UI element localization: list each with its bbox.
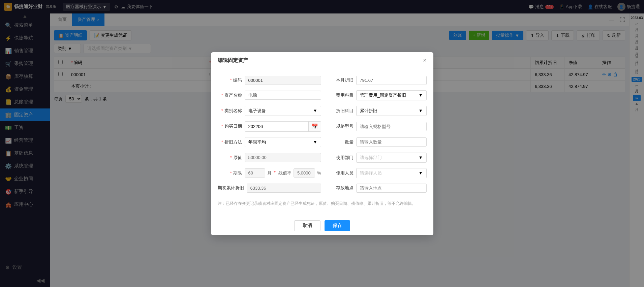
field-category: * 类别名称 电子设备 ▼ bbox=[218, 106, 321, 116]
residual-unit: % bbox=[317, 170, 321, 176]
spec-label: 规格型号 bbox=[329, 123, 354, 129]
calendar-icon[interactable]: 📅 bbox=[308, 122, 321, 131]
spec-input[interactable] bbox=[356, 122, 427, 131]
period-unit: 月 bbox=[267, 170, 272, 176]
category-label: * 类别名称 bbox=[218, 108, 242, 114]
person-placeholder: 请选择人员 bbox=[360, 170, 382, 176]
dept-dropdown-icon: ▼ bbox=[419, 155, 423, 160]
asset-name-label: * 资产名称 bbox=[218, 92, 242, 98]
initial-depr-input[interactable] bbox=[247, 184, 321, 193]
depr-method-select[interactable]: 年限平均 ▼ bbox=[245, 137, 321, 147]
dept-placeholder: 请选择部门 bbox=[360, 155, 382, 161]
field-depr-subject: 折旧科目 累计折旧 ▼ bbox=[329, 106, 427, 116]
original-label: * 原值 bbox=[218, 155, 242, 161]
person-select[interactable]: 请选择人员 ▼ bbox=[356, 168, 427, 178]
field-depr-method: * 折旧方法 年限平均 ▼ bbox=[218, 137, 321, 147]
purchase-date-input[interactable] bbox=[245, 122, 308, 131]
modal-header: 编辑固定资产 × bbox=[211, 52, 433, 69]
field-period-residual: * 期限 月 * 残值率 % bbox=[218, 168, 321, 178]
field-dept: 使用部门 请选择部门 ▼ bbox=[329, 153, 427, 163]
monthly-depr-input[interactable] bbox=[356, 76, 427, 85]
field-original: * 原值 bbox=[218, 153, 321, 163]
purchase-date-label: * 购买日期 bbox=[218, 123, 242, 129]
form-grid: * 编码 本月折旧 * 资产名称 bbox=[218, 76, 427, 209]
period-label: * 期限 bbox=[218, 170, 242, 176]
original-input[interactable] bbox=[245, 153, 321, 162]
depr-method-label: * 折旧方法 bbox=[218, 139, 242, 145]
code-label: * 编码 bbox=[218, 77, 242, 83]
expense-subject-select[interactable]: 管理费用_固定资产折旧 ▼ bbox=[356, 90, 427, 100]
location-input[interactable] bbox=[356, 184, 427, 193]
depr-method-value: 年限平均 bbox=[248, 139, 266, 145]
field-location: 存放地点 bbox=[329, 184, 427, 193]
form-note: 注：已经存在变更记录或者对应固定资产已经生成凭证，原值、购买日期、残值率、累计折… bbox=[218, 198, 427, 209]
period-input[interactable] bbox=[245, 168, 265, 178]
quantity-input[interactable] bbox=[356, 137, 427, 147]
expense-subject-value: 管理费用_固定资产折旧 bbox=[360, 92, 406, 98]
field-monthly-depr: 本月折旧 bbox=[329, 76, 427, 85]
dept-label: 使用部门 bbox=[329, 155, 354, 161]
depr-subject-label: 折旧科目 bbox=[329, 108, 354, 114]
residual-input[interactable] bbox=[294, 168, 315, 178]
field-purchase-date: * 购买日期 📅 bbox=[218, 121, 321, 132]
modal-footer: 取消 保存 bbox=[211, 216, 433, 235]
asset-name-input[interactable] bbox=[245, 91, 321, 100]
depr-subject-select[interactable]: 累计折旧 ▼ bbox=[356, 106, 427, 116]
edit-asset-modal: 编辑固定资产 × * 编码 本月折旧 bbox=[211, 52, 433, 235]
category-select[interactable]: 电子设备 ▼ bbox=[245, 106, 321, 116]
category-dropdown-icon: ▼ bbox=[313, 108, 317, 113]
category-value: 电子设备 bbox=[248, 108, 266, 114]
purchase-date-field[interactable]: 📅 bbox=[245, 121, 321, 132]
expense-subject-dropdown-icon: ▼ bbox=[419, 93, 423, 98]
person-dropdown-icon: ▼ bbox=[419, 170, 423, 176]
field-code: * 编码 bbox=[218, 76, 321, 85]
quantity-label: 数量 bbox=[329, 139, 354, 145]
modal-overlay: 编辑固定资产 × * 编码 本月折旧 bbox=[0, 0, 644, 287]
person-label: 使用人员 bbox=[329, 170, 354, 176]
depr-subject-dropdown-icon: ▼ bbox=[419, 108, 423, 113]
code-input[interactable] bbox=[245, 76, 321, 85]
period-residual-group: 月 * 残值率 % bbox=[245, 168, 321, 178]
field-asset-name: * 资产名称 bbox=[218, 90, 321, 100]
cancel-button[interactable]: 取消 bbox=[294, 220, 320, 231]
modal-title: 编辑固定资产 bbox=[218, 57, 248, 64]
field-person: 使用人员 请选择人员 ▼ bbox=[329, 168, 427, 178]
residual-star: * bbox=[274, 170, 276, 176]
field-quantity: 数量 bbox=[329, 137, 427, 147]
modal-body: * 编码 本月折旧 * 资产名称 bbox=[211, 69, 433, 216]
expense-subject-label: 费用科目 bbox=[329, 92, 354, 98]
save-button[interactable]: 保存 bbox=[325, 220, 350, 231]
modal-close-btn[interactable]: × bbox=[423, 57, 427, 64]
dept-select[interactable]: 请选择部门 ▼ bbox=[356, 153, 427, 163]
depr-subject-value: 累计折旧 bbox=[360, 108, 377, 114]
initial-depr-label: 期初累计折旧 bbox=[218, 185, 244, 191]
monthly-depr-label: 本月折旧 bbox=[329, 77, 354, 83]
location-label: 存放地点 bbox=[329, 185, 354, 191]
note-text: 注：已经存在变更记录或者对应固定资产已经生成凭证，原值、购买日期、残值率、累计折… bbox=[218, 201, 416, 206]
field-spec: 规格型号 bbox=[329, 121, 427, 132]
depr-method-dropdown-icon: ▼ bbox=[313, 139, 317, 145]
residual-label: 残值率 bbox=[278, 170, 292, 176]
field-initial-depr: 期初累计折旧 bbox=[218, 184, 321, 193]
field-expense-subject: 费用科目 管理费用_固定资产折旧 ▼ bbox=[329, 90, 427, 100]
